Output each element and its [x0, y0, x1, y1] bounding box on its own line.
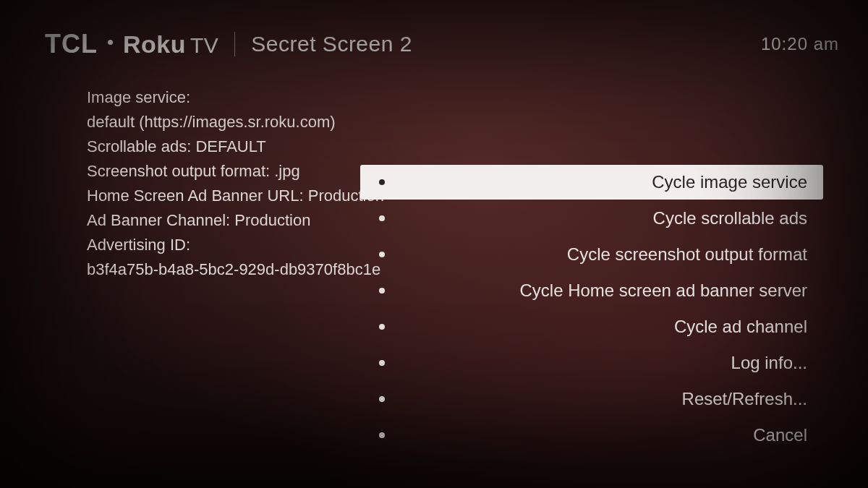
menu-item-label: Log info...	[402, 353, 807, 373]
bullet-icon	[379, 252, 385, 257]
info-line: Screenshot output format: .jpg	[87, 159, 376, 184]
menu-item-label: Cycle image service	[402, 172, 807, 192]
info-line: Advertising ID:	[87, 233, 376, 257]
screen-title: Secret Screen 2	[251, 32, 412, 56]
menu-item-cycle-image-service[interactable]: Cycle image service	[360, 165, 823, 200]
info-line: Home Screen Ad Banner URL: Production	[87, 184, 376, 208]
info-line: Ad Banner Channel: Production	[87, 208, 376, 233]
menu-item-label: Cycle scrollable ads	[402, 208, 807, 228]
bullet-icon	[379, 432, 385, 438]
bullet-icon	[379, 396, 385, 402]
brand-roku-word: Roku	[123, 30, 186, 58]
menu-item-label: Cycle Home screen ad banner server	[402, 281, 807, 301]
menu-item-label: Cancel	[402, 425, 807, 445]
bullet-icon	[379, 360, 385, 366]
header-bar: TCL RokuTV Secret Screen 2 10:20 am	[45, 29, 839, 59]
info-line: Image service:	[87, 85, 376, 110]
menu-item-log-info[interactable]: Log info...	[360, 346, 823, 380]
bullet-icon	[379, 288, 385, 294]
brand-tv-word: TV	[190, 33, 218, 57]
menu-item-cycle-home-ad-banner[interactable]: Cycle Home screen ad banner server	[360, 273, 823, 308]
menu-item-label: Cycle screenshot output format	[402, 244, 807, 265]
action-menu: Cycle image service Cycle scrollable ads…	[360, 165, 823, 454]
menu-item-cycle-screenshot-format[interactable]: Cycle screenshot output format	[360, 237, 823, 272]
clock: 10:20 am	[761, 34, 839, 54]
header-divider	[234, 32, 235, 56]
bullet-icon	[379, 215, 385, 221]
bullet-icon	[379, 324, 385, 330]
bullet-icon	[379, 179, 385, 185]
brand-separator-dot	[108, 40, 113, 45]
menu-item-reset-refresh[interactable]: Reset/Refresh...	[360, 382, 823, 416]
menu-item-cycle-scrollable-ads[interactable]: Cycle scrollable ads	[360, 201, 823, 236]
info-line: b3f4a75b-b4a8-5bc2-929d-db9370f8bc1e	[87, 257, 376, 282]
brand-roku: RokuTV	[123, 30, 218, 59]
menu-item-label: Reset/Refresh...	[402, 389, 807, 409]
info-line: Scrollable ads: DEFAULT	[87, 134, 376, 159]
info-panel: Image service: default (https://images.s…	[87, 85, 376, 282]
menu-item-cancel[interactable]: Cancel	[360, 418, 823, 453]
menu-item-cycle-ad-channel[interactable]: Cycle ad channel	[360, 309, 823, 344]
menu-item-label: Cycle ad channel	[402, 317, 807, 337]
info-line: default (https://images.sr.roku.com)	[87, 110, 376, 134]
brand-tcl: TCL	[45, 29, 98, 59]
